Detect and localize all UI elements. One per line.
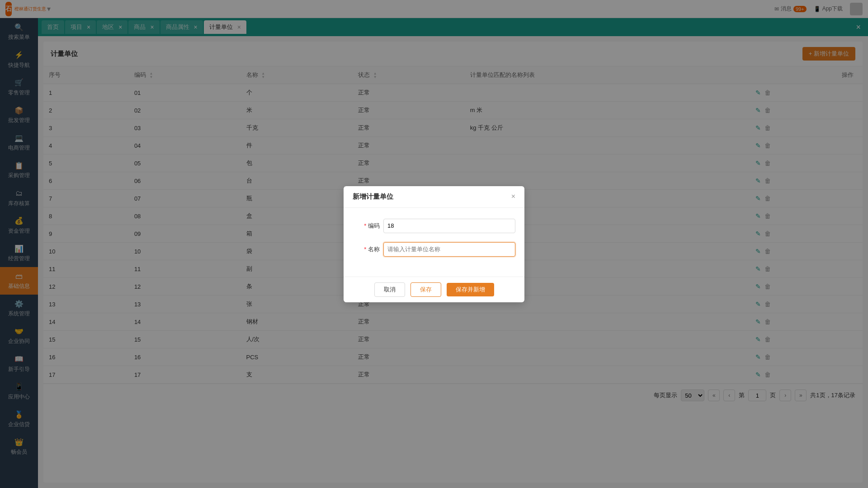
modal-title: 新增计量单位 xyxy=(353,192,393,201)
form-row-code: 编码 xyxy=(353,219,515,233)
form-label-code: 编码 xyxy=(353,222,380,230)
form-row-name: 名称 xyxy=(353,242,515,257)
name-input[interactable] xyxy=(383,242,515,257)
modal-overlay: 新增计量单位 × 编码 名称 取消 保存 保存并新增 xyxy=(0,0,868,488)
code-input[interactable] xyxy=(383,219,515,233)
modal-close-btn[interactable]: × xyxy=(511,192,515,201)
cancel-button[interactable]: 取消 xyxy=(374,282,405,297)
form-label-name: 名称 xyxy=(353,245,380,253)
save-new-button[interactable]: 保存并新增 xyxy=(447,283,494,296)
modal-footer: 取消 保存 保存并新增 xyxy=(344,277,524,302)
modal-body: 编码 名称 xyxy=(344,208,524,277)
save-button[interactable]: 保存 xyxy=(410,282,441,297)
modal-box: 新增计量单位 × 编码 名称 取消 保存 保存并新增 xyxy=(344,186,524,302)
modal-header: 新增计量单位 × xyxy=(344,186,524,208)
